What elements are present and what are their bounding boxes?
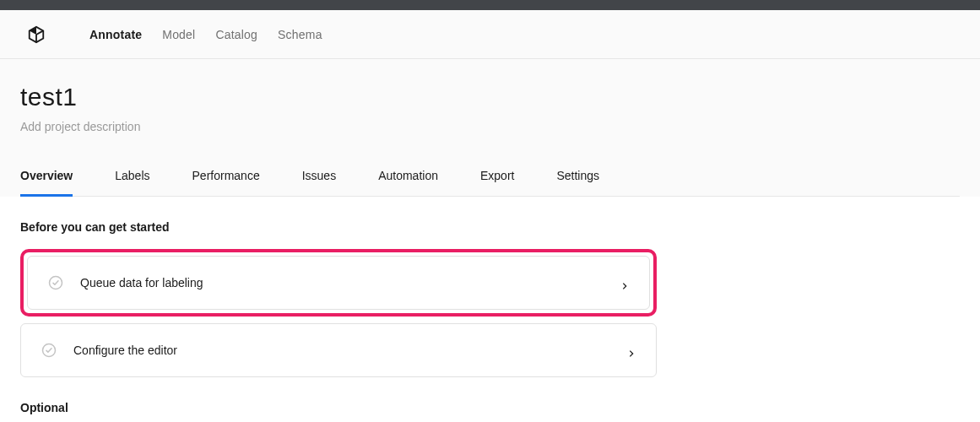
main-header: Annotate Model Catalog Schema: [0, 10, 980, 59]
window-top-bar: [0, 0, 980, 10]
check-circle-icon: [48, 275, 63, 290]
project-title: test1: [20, 83, 960, 111]
project-description-placeholder[interactable]: Add project description: [20, 120, 960, 133]
highlight-frame: Queue data for labeling: [20, 249, 657, 316]
tab-issues[interactable]: Issues: [302, 169, 336, 197]
project-header-area: test1 Add project description Overview L…: [0, 59, 980, 197]
tab-export[interactable]: Export: [480, 169, 514, 197]
nav-catalog[interactable]: Catalog: [215, 28, 257, 41]
nav-annotate[interactable]: Annotate: [89, 28, 142, 41]
tab-settings[interactable]: Settings: [556, 169, 599, 197]
chevron-right-icon: [620, 279, 629, 287]
tab-automation[interactable]: Automation: [378, 169, 438, 197]
top-nav: Annotate Model Catalog Schema: [89, 28, 322, 41]
section-optional-title: Optional: [20, 401, 960, 414]
project-sub-tabs: Overview Labels Performance Issues Autom…: [20, 169, 960, 197]
card-configure-editor-label: Configure the editor: [73, 344, 627, 357]
section-before-start-title: Before you can get started: [20, 220, 960, 234]
check-circle-icon: [41, 343, 57, 358]
tab-performance[interactable]: Performance: [192, 169, 260, 197]
cube-icon: [27, 25, 46, 44]
card-queue-data-label: Queue data for labeling: [80, 276, 620, 289]
chevron-right-icon: [627, 346, 636, 354]
card-queue-data[interactable]: Queue data for labeling: [27, 256, 650, 310]
app-logo[interactable]: [27, 25, 46, 44]
tab-labels[interactable]: Labels: [115, 169, 149, 197]
nav-schema[interactable]: Schema: [278, 28, 322, 41]
tab-overview[interactable]: Overview: [20, 169, 73, 197]
nav-model[interactable]: Model: [162, 28, 195, 41]
card-configure-editor[interactable]: Configure the editor: [20, 323, 657, 377]
main-content: Before you can get started Queue data fo…: [0, 197, 980, 422]
